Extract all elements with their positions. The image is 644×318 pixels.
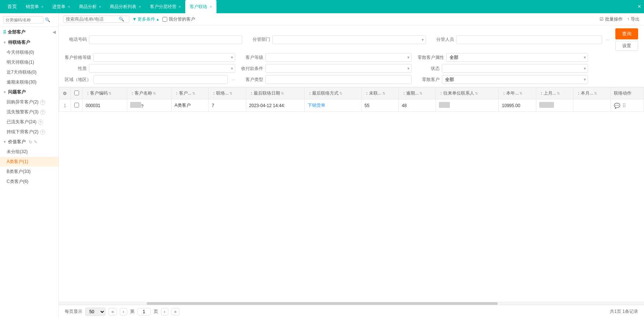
filter-dept-select[interactable] bbox=[272, 35, 426, 44]
filter-customer-type-label: 客户类型 bbox=[241, 77, 263, 83]
toolbar-right: ☑ 批量操作 ↑ 导出 bbox=[600, 16, 640, 22]
sidebar-item-b-class[interactable]: B类客户(33) bbox=[0, 167, 58, 177]
main-search-input[interactable] bbox=[66, 17, 117, 22]
sidebar-search-icon[interactable]: 🔍 bbox=[45, 17, 50, 22]
filter-scatter-select[interactable]: 全部 bbox=[442, 75, 588, 84]
filter-nature-select[interactable] bbox=[89, 64, 235, 73]
col-last-month[interactable]: ：上月...⇅ bbox=[536, 88, 573, 99]
nav-product-analysis-list[interactable]: 商品分析列表 × bbox=[105, 0, 145, 13]
section-pending-label: 待联络客户 bbox=[8, 39, 30, 46]
cell-last-month-amount bbox=[536, 99, 573, 112]
filter-scatter-attr-select[interactable]: 全部 bbox=[446, 53, 588, 62]
sidebar-section-pending[interactable]: ▼ 待联络客户 bbox=[0, 38, 58, 47]
nav-product-analysis-close[interactable]: × bbox=[99, 4, 101, 9]
sidebar-item-ungrouped[interactable]: 未分组(32) bbox=[0, 147, 58, 157]
sidebar-section-problem[interactable]: ▼ 问题客户 bbox=[0, 87, 58, 97]
nav-home[interactable]: 首页 bbox=[3, 0, 21, 13]
main-search-icon[interactable]: 🔍 bbox=[119, 17, 124, 22]
col-contact-person[interactable]: ：往来单位联系人⇅ bbox=[436, 88, 499, 99]
nav-customer-segment-close[interactable]: × bbox=[179, 4, 181, 9]
nav-customer-contact-close[interactable]: × bbox=[210, 4, 212, 9]
col-this-month[interactable]: ：本月...⇅ bbox=[573, 88, 611, 99]
more-conditions-btn[interactable]: ▼ 更多条件 ▲ bbox=[132, 16, 160, 22]
filter-nature: 性质 ▾ bbox=[65, 64, 235, 73]
customer-table: ⚙ ：客户编码⇅ ：客户名称⇅ ：客户...⇅ bbox=[59, 87, 644, 112]
info-icon-declining: ? bbox=[40, 130, 45, 135]
pagination-bar: 每页显示 50 20 100 « ‹ 第 页 › » 共1页 1条记录 bbox=[59, 305, 644, 318]
col-name[interactable]: ：客户名称⇅ bbox=[127, 88, 171, 99]
col-customer-type[interactable]: ：客户...⇅ bbox=[171, 88, 208, 99]
filter-toolbar: 🔍 ▼ 更多条件 ▲ 我分管的客户 ☑ 批量操作 ↑ 导出 bbox=[59, 13, 644, 25]
next-page-btn[interactable]: › bbox=[161, 308, 168, 315]
filter-payment-select[interactable] bbox=[265, 64, 412, 73]
my-customers-checkbox-label[interactable]: 我分管的客户 bbox=[162, 16, 195, 22]
col-code[interactable]: ：客户编码⇅ bbox=[83, 88, 127, 99]
chevron-icon-more: ▲ bbox=[156, 17, 160, 21]
nav-customer-contact[interactable]: 客户联络 × bbox=[185, 0, 216, 13]
sidebar-item-tomorrow-pending[interactable]: 明天待联络(1) bbox=[0, 57, 58, 67]
edit-icon-value[interactable]: ✎ bbox=[34, 139, 37, 145]
qrcode-icon[interactable]: ⠿ bbox=[622, 103, 626, 109]
refresh-icon-value[interactable]: ↻ bbox=[29, 139, 32, 145]
nav-sales[interactable]: 销货单 × bbox=[21, 0, 48, 13]
filter-person-dots[interactable]: ··· bbox=[606, 37, 609, 42]
settings-button[interactable]: 设置 bbox=[615, 41, 638, 51]
last-page-btn[interactable]: » bbox=[171, 308, 180, 315]
nav-product-analysis[interactable]: 商品分析 × bbox=[75, 0, 105, 13]
select-all-checkbox[interactable] bbox=[74, 91, 79, 95]
filter-person-input[interactable] bbox=[456, 35, 602, 44]
prev-page-btn[interactable]: ‹ bbox=[120, 308, 127, 315]
sort-method: ⇅ bbox=[339, 91, 342, 95]
col-settings[interactable]: ⚙ bbox=[59, 88, 71, 99]
col-overdue[interactable]: ：逾期...⇅ bbox=[399, 88, 436, 99]
col-last-contact-method[interactable]: ：最后联络方式⇅ bbox=[305, 88, 361, 99]
filter-status-select[interactable] bbox=[442, 64, 588, 73]
sidebar-item-c-class[interactable]: C类客户(6) bbox=[0, 177, 58, 187]
sidebar-item-declining[interactable]: 持续下滑客户(2) ? bbox=[0, 127, 58, 137]
filter-customer-grade-select[interactable] bbox=[265, 53, 412, 62]
filter-price-grade-select[interactable] bbox=[93, 53, 235, 62]
sort-date: ⇅ bbox=[281, 91, 284, 95]
col-uncontacted[interactable]: ：未联...⇅ bbox=[361, 88, 398, 99]
sidebar-item-lost[interactable]: 已流失客户(24) ? bbox=[0, 117, 58, 127]
filter-region-input[interactable] bbox=[93, 75, 228, 84]
row-checkbox[interactable] bbox=[74, 103, 79, 107]
sidebar-search-input[interactable] bbox=[3, 16, 43, 24]
nav-product-analysis-list-close[interactable]: × bbox=[139, 4, 141, 9]
col-contact-count[interactable]: ：联络...⇅ bbox=[209, 88, 246, 99]
last-contact-method-link[interactable]: 下销货单 bbox=[308, 103, 325, 108]
nav-customer-segment[interactable]: 客户分层经营 × bbox=[146, 0, 185, 13]
filter-person: 分管人员 ··· bbox=[432, 35, 609, 44]
export-btn[interactable]: ↑ 导出 bbox=[627, 16, 640, 22]
horizontal-scrollbar-thumb[interactable] bbox=[147, 302, 498, 305]
sidebar-item-today-pending[interactable]: 今天待联络(0) bbox=[0, 47, 58, 57]
name-block bbox=[130, 102, 141, 108]
filter-phone-input[interactable] bbox=[89, 35, 242, 44]
filter-region-dots[interactable]: ··· bbox=[232, 77, 235, 82]
cell-last-contact-method: 下销货单 bbox=[305, 99, 361, 112]
filter-customer-type-input[interactable] bbox=[265, 75, 412, 84]
sidebar-item-overdue-contact[interactable]: 逾期未联络(30) bbox=[0, 77, 58, 87]
cell-overdue: 48 bbox=[399, 99, 436, 112]
sidebar-item-loss-warning[interactable]: 流失预警客户(3) ? bbox=[0, 107, 58, 117]
my-customers-checkbox[interactable] bbox=[162, 17, 167, 22]
sidebar-item-abnormal-repurchase[interactable]: 回购异常客户(2) ? bbox=[0, 97, 58, 107]
close-all-tabs[interactable]: × bbox=[638, 3, 641, 10]
nav-sales-close[interactable]: × bbox=[41, 4, 43, 9]
page-input[interactable] bbox=[137, 308, 151, 315]
per-page-select[interactable]: 50 20 100 bbox=[85, 308, 105, 316]
query-button[interactable]: 查询 bbox=[615, 28, 638, 39]
batch-op-btn[interactable]: ☑ 批量操作 bbox=[600, 16, 623, 22]
first-page-btn[interactable]: « bbox=[108, 308, 117, 315]
sort-this-month: ⇅ bbox=[594, 91, 597, 95]
sidebar-item-a-class[interactable]: A类客户(1) bbox=[0, 157, 58, 167]
sort-name: ⇅ bbox=[153, 91, 156, 95]
sidebar-item-7days-pending[interactable]: 近7天待联络(0) bbox=[0, 67, 58, 77]
col-last-contact-date[interactable]: ：最后联络日期⇅ bbox=[246, 88, 305, 99]
nav-purchase[interactable]: 进货单 × bbox=[48, 0, 74, 13]
nav-purchase-close[interactable]: × bbox=[68, 4, 70, 9]
sidebar-section-value[interactable]: ▼ 价值客户 ↻ ✎ bbox=[0, 137, 58, 147]
chat-icon[interactable]: 💬 bbox=[614, 103, 620, 109]
sidebar-all-customers[interactable]: ⠿ 全部客户 ◀ bbox=[0, 27, 58, 38]
col-year-amount[interactable]: ：本年...⇅ bbox=[499, 88, 536, 99]
